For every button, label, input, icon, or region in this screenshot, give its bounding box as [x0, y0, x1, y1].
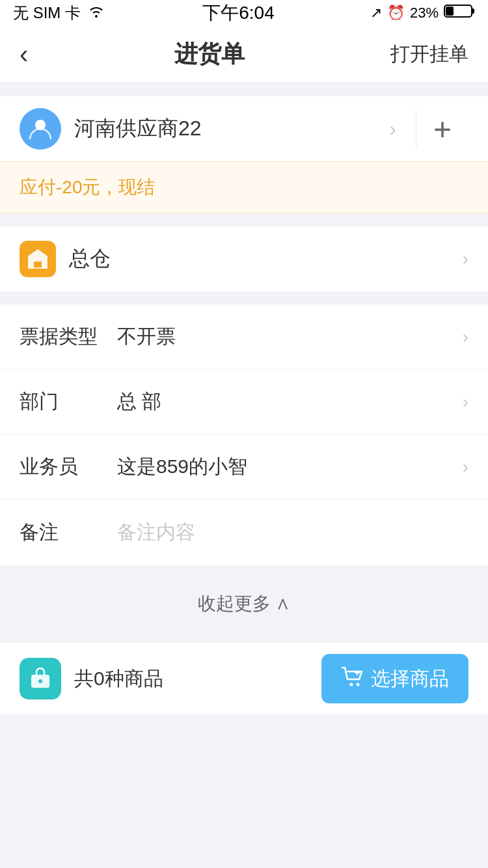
invoice-type-value: 不开票	[104, 323, 463, 350]
form-section: 票据类型 不开票 › 部门 总 部 › 业务员 这是859的小智 › 备注 备注…	[0, 305, 488, 565]
status-left: 无 SIM 卡	[13, 3, 107, 23]
supplier-avatar	[20, 108, 61, 150]
select-product-label: 选择商品	[371, 666, 449, 692]
department-row[interactable]: 部门 总 部 ›	[0, 370, 488, 435]
warehouse-section[interactable]: 总仓 ›	[0, 226, 488, 292]
content: 河南供应商22 › + 应付-20元，现结 总仓 › 票据类型 不开票	[0, 96, 488, 868]
status-bar: 无 SIM 卡 下午6:04 ↗ ⏰ 23%	[0, 0, 488, 26]
carrier-label: 无 SIM 卡	[13, 3, 81, 23]
remark-label: 备注	[20, 519, 104, 546]
department-chevron-icon: ›	[463, 392, 468, 413]
invoice-type-row[interactable]: 票据类型 不开票 ›	[0, 305, 488, 370]
sales-rep-value: 这是859的小智	[104, 454, 463, 480]
product-count: 共0种商品	[74, 666, 321, 692]
collapse-button[interactable]: 收起更多 ∧	[0, 578, 488, 630]
sales-rep-label: 业务员	[20, 454, 104, 480]
status-time: 下午6:04	[202, 1, 275, 25]
battery-icon	[444, 3, 475, 23]
remark-row[interactable]: 备注 备注内容	[0, 500, 488, 565]
back-button[interactable]: ‹	[20, 40, 28, 69]
warehouse-row[interactable]: 总仓 ›	[20, 226, 468, 292]
wifi-icon	[86, 3, 107, 23]
svg-point-6	[38, 679, 42, 683]
svg-point-8	[357, 683, 360, 686]
department-value: 总 部	[104, 388, 463, 415]
svg-point-7	[350, 683, 353, 686]
svg-rect-2	[472, 8, 474, 14]
location-icon: ↗	[370, 5, 382, 21]
svg-rect-1	[446, 7, 454, 16]
collapse-label: 收起更多 ∧	[198, 591, 291, 616]
sales-rep-chevron-icon: ›	[463, 457, 468, 478]
product-icon	[20, 658, 61, 699]
notice-banner: 应付-20元，现结	[0, 161, 488, 213]
alarm-icon: ⏰	[387, 5, 405, 21]
supplier-section: 河南供应商22 › +	[0, 96, 488, 161]
status-right: ↗ ⏰ 23%	[370, 3, 475, 23]
page-title: 进货单	[174, 38, 245, 70]
cart-icon	[341, 666, 364, 692]
sales-rep-row[interactable]: 业务员 这是859的小智 ›	[0, 435, 488, 500]
warehouse-name: 总仓	[69, 245, 463, 273]
supplier-name: 河南供应商22	[74, 115, 389, 143]
invoice-type-chevron-icon: ›	[463, 327, 468, 347]
battery-label: 23%	[410, 5, 439, 21]
product-bar: 共0种商品 选择商品	[0, 643, 488, 714]
department-label: 部门	[20, 388, 104, 415]
nav-bar: ‹ 进货单 打开挂单	[0, 26, 488, 83]
invoice-type-label: 票据类型	[20, 323, 104, 350]
supplier-row[interactable]: 河南供应商22 ›	[20, 96, 416, 161]
svg-rect-4	[34, 262, 42, 268]
remark-input[interactable]: 备注内容	[104, 519, 468, 546]
add-supplier-button[interactable]: +	[416, 96, 468, 161]
supplier-chevron-icon: ›	[389, 117, 396, 141]
bottom-space	[0, 714, 488, 868]
notice-text: 应付-20元，现结	[20, 177, 155, 197]
warehouse-icon	[20, 241, 56, 277]
warehouse-chevron-icon: ›	[463, 249, 468, 269]
open-pending-button[interactable]: 打开挂单	[390, 41, 468, 68]
select-product-button[interactable]: 选择商品	[321, 654, 468, 703]
